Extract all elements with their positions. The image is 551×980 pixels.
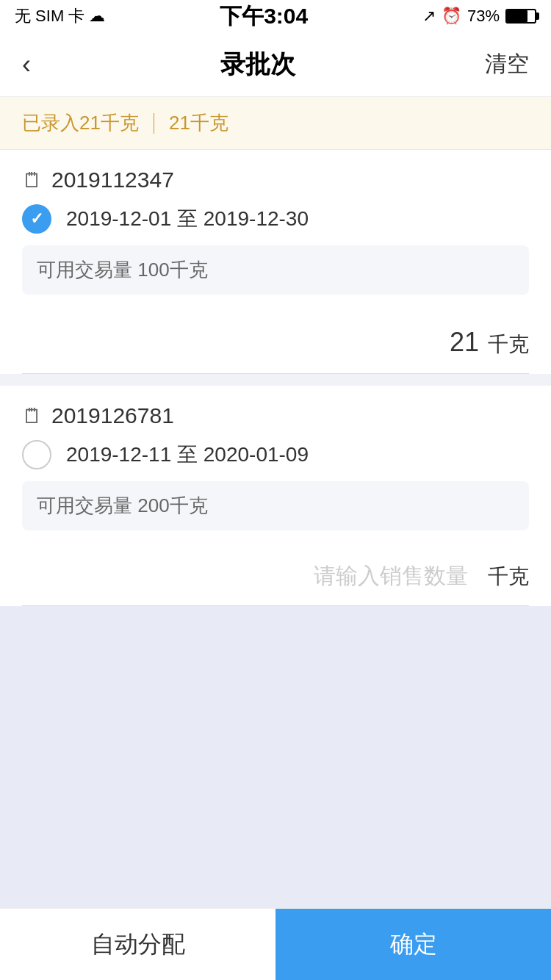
batch-id-1: 2019112347 xyxy=(51,167,174,192)
back-button[interactable]: ‹ xyxy=(22,49,31,80)
auto-distribute-button[interactable]: 自动分配 xyxy=(0,909,276,980)
status-left: 无 SIM 卡 ☁ xyxy=(15,5,105,27)
battery-fill xyxy=(507,10,527,22)
nav-bar: ‹ 录批次 清空 xyxy=(0,32,551,97)
section-divider xyxy=(0,374,551,386)
page-title: 录批次 xyxy=(220,48,295,82)
clear-button[interactable]: 清空 xyxy=(485,49,529,79)
batch-date-2: 2019-12-11 至 2020-01-09 xyxy=(66,441,309,469)
batch-avail-2: 可用交易量 200千克 xyxy=(22,481,529,530)
battery-icon xyxy=(505,9,536,24)
amount-unit-1: 千克 xyxy=(488,331,529,359)
recorded-label: 已录入21千克 xyxy=(22,110,139,136)
confirm-button[interactable]: 确定 xyxy=(276,909,551,980)
batch-date-row-2: 2019-12-11 至 2020-01-09 xyxy=(22,440,529,469)
sim-label: 无 SIM 卡 ☁ xyxy=(15,5,105,27)
amount-value-1: 21 xyxy=(450,327,479,358)
recorded-value: 21千克 xyxy=(169,110,228,136)
input-row-2: 千克 xyxy=(0,548,551,605)
location-icon: ↗ xyxy=(422,7,436,26)
batch-doc-icon-1: 🗒 xyxy=(22,168,43,192)
battery-percent: 73% xyxy=(467,7,500,26)
bottom-bar: 自动分配 确定 xyxy=(0,908,551,980)
batch-header-1: 🗒 2019112347 xyxy=(22,167,529,192)
batch-header-2: 🗒 2019126781 xyxy=(22,403,529,428)
batch-item-1: 🗒 2019112347 ✓ 2019-12-01 至 2019-12-30 可… xyxy=(0,150,551,312)
status-right: ↗ ⏰ 73% xyxy=(422,7,536,26)
radio-unchecked-2[interactable] xyxy=(22,440,51,469)
batch-item-2: 🗒 2019126781 2019-12-11 至 2020-01-09 可用交… xyxy=(0,386,551,548)
status-bar: 无 SIM 卡 ☁ 下午3:04 ↗ ⏰ 73% xyxy=(0,0,551,32)
empty-area xyxy=(0,606,551,908)
batch-date-1: 2019-12-01 至 2019-12-30 xyxy=(66,205,309,233)
batch-id-2: 2019126781 xyxy=(51,403,174,428)
quantity-input-2[interactable] xyxy=(259,563,479,588)
batch-date-row-1: ✓ 2019-12-01 至 2019-12-30 xyxy=(22,204,529,234)
info-divider xyxy=(154,113,154,134)
radio-checked-1[interactable]: ✓ xyxy=(22,204,51,234)
batch-avail-1: 可用交易量 100千克 xyxy=(22,245,529,295)
input-unit-2: 千克 xyxy=(488,563,529,591)
status-time: 下午3:04 xyxy=(220,1,308,32)
check-icon-1: ✓ xyxy=(30,209,43,228)
info-banner: 已录入21千克 21千克 xyxy=(0,97,551,150)
batch-doc-icon-2: 🗒 xyxy=(22,404,43,428)
alarm-icon: ⏰ xyxy=(442,7,461,26)
amount-row-1: 21 千克 xyxy=(0,312,551,373)
